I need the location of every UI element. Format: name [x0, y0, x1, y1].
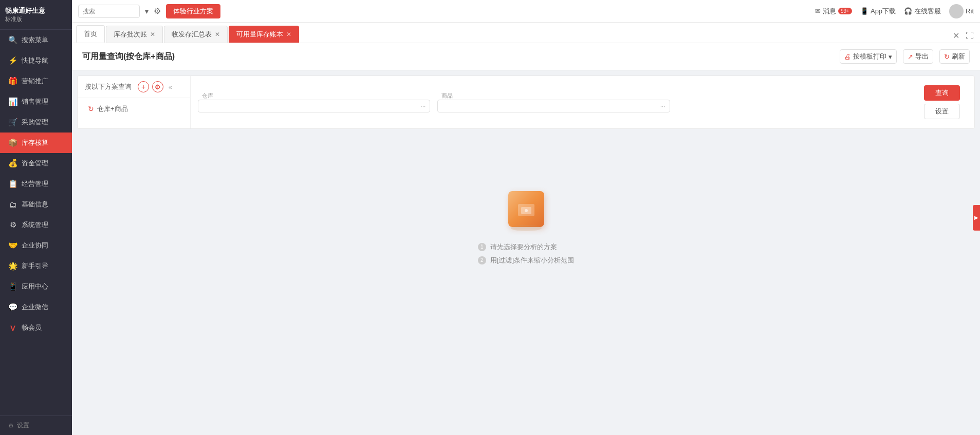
sidebar-item-quick-nav[interactable]: ⚡ 快捷导航	[0, 50, 72, 71]
filter-fields-row: 仓库 ··· 商品 ···	[191, 76, 974, 128]
appcenter-icon: 📱	[8, 282, 17, 291]
sidebar-item-label: 畅会员	[22, 323, 42, 332]
topbar: ▾ ⚙ 体验行业方案 ✉ 消息 99+ 📱 App下载 🎧 在线客服 Rit	[72, 0, 980, 23]
marketing-icon: 🎁	[8, 77, 17, 86]
tab-home-label: 首页	[84, 29, 97, 39]
sidebar-item-member[interactable]: V 畅会员	[0, 317, 72, 338]
sidebar-item-finance[interactable]: 💰 资金管理	[0, 153, 72, 174]
sidebar-item-system[interactable]: ⚙ 系统管理	[0, 215, 72, 235]
sidebar-item-appcenter[interactable]: 📱 应用中心	[0, 276, 72, 297]
sidebar-item-marketing[interactable]: 🎁 营销推广	[0, 71, 72, 91]
sidebar-item-inventory[interactable]: 📦 库存核算	[0, 133, 72, 153]
page-header-actions: 🖨 按模板打印 ▾ ↗ 导出 ↻ 刷新	[840, 49, 970, 64]
query-btn[interactable]: 查询	[924, 85, 960, 101]
sidebar-item-wechat[interactable]: 💬 企业微信	[0, 297, 72, 317]
sidebar: 畅康通好生意 标准版 🔍 搜索菜单 ⚡ 快捷导航 🎁 营销推广 📊 销售管理 🛒…	[0, 0, 72, 435]
tab-receipt-summary[interactable]: 收发存汇总表 ✕	[164, 26, 228, 43]
user-name: Rit	[966, 7, 974, 15]
sidebar-item-newguide[interactable]: 🌟 新手引导	[0, 256, 72, 276]
sidebar-item-label: 企业微信	[22, 302, 48, 312]
export-label: 导出	[915, 52, 929, 61]
filter-add-btn[interactable]: +	[138, 81, 149, 92]
goods-more-icon[interactable]: ···	[660, 103, 665, 110]
warehouse-more-icon[interactable]: ···	[420, 103, 426, 110]
sidebar-item-ops[interactable]: 📋 经营管理	[0, 174, 72, 194]
message-label: 消息	[823, 7, 836, 16]
goods-input[interactable]	[442, 102, 660, 110]
tab-close-all-btn[interactable]: ✕	[951, 29, 961, 43]
message-btn[interactable]: ✉ 消息 99+	[815, 7, 852, 16]
tab-expand-btn[interactable]: ⛶	[964, 29, 976, 43]
wechat-icon: 💬	[8, 302, 17, 312]
online-service-label: 在线客服	[914, 7, 941, 16]
sidebar-footer-label: 设置	[17, 421, 29, 430]
service-icon: 🎧	[904, 7, 912, 15]
sidebar-item-sales[interactable]: 📊 销售管理	[0, 91, 72, 112]
hint-num-2: 2	[478, 256, 486, 264]
tab-receipt-summary-close[interactable]: ✕	[215, 31, 220, 38]
topbar-search-input[interactable]	[78, 5, 140, 18]
export-icon: ↗	[908, 53, 913, 61]
empty-state: 1 请先选择要分析的方案 2 用[过滤]条件来缩小分析范围	[72, 129, 980, 324]
newguide-icon: 🌟	[8, 261, 17, 271]
scheme-item-warehouse-goods[interactable]: ↻ 仓库+商品	[88, 102, 180, 116]
hint-text-2: 用[过滤]条件来缩小分析范围	[490, 254, 574, 267]
tab-available-ledger[interactable]: 可用量库存账本 ✕	[229, 26, 299, 43]
export-btn[interactable]: ↗ 导出	[903, 49, 933, 64]
empty-illustration	[503, 186, 549, 232]
warehouse-input-wrap[interactable]: ···	[198, 100, 430, 112]
filter-collapse-btn[interactable]: «	[167, 82, 174, 92]
sidebar-item-basic[interactable]: 🗂 基础信息	[0, 194, 72, 215]
sidebar-item-label: 企业协同	[22, 241, 48, 250]
print-btn[interactable]: 🖨 按模板打印 ▾	[840, 49, 897, 64]
tab-home[interactable]: 首页	[76, 25, 105, 43]
message-badge: 99+	[838, 8, 852, 14]
basic-icon: 🗂	[8, 200, 17, 209]
warehouse-field-label: 仓库	[198, 92, 430, 100]
goods-input-wrap[interactable]: ···	[437, 100, 670, 112]
main-area: ▾ ⚙ 体验行业方案 ✉ 消息 99+ 📱 App下载 🎧 在线客服 Rit	[72, 0, 980, 435]
online-service-btn[interactable]: 🎧 在线客服	[904, 7, 941, 16]
page-title: 可用量查询(按仓库+商品)	[82, 51, 175, 62]
brand-name: 畅康通好生意	[5, 6, 67, 15]
system-icon: ⚙	[8, 220, 17, 230]
trial-btn[interactable]: 体验行业方案	[166, 4, 220, 18]
tab-batch-ledger[interactable]: 库存批次账 ✕	[106, 26, 163, 43]
sidebar-item-search-menu[interactable]: 🔍 搜索菜单	[0, 30, 72, 50]
inventory-icon: 📦	[8, 138, 17, 147]
tab-batch-ledger-close[interactable]: ✕	[150, 31, 155, 38]
topbar-gear-icon[interactable]: ⚙	[154, 6, 161, 16]
user-avatar-btn[interactable]: Rit	[949, 4, 974, 18]
member-icon: V	[8, 324, 17, 332]
sidebar-item-label: 快捷导航	[22, 56, 48, 65]
box-svg	[516, 200, 537, 218]
empty-box-shadow	[511, 225, 542, 231]
hint-num-1: 1	[478, 243, 486, 251]
settings-btn[interactable]: 设置	[924, 104, 960, 119]
print-dropdown-icon[interactable]: ▾	[889, 53, 892, 61]
sidebar-item-label: 新手引导	[22, 261, 48, 271]
scheme-list: ↻ 仓库+商品	[78, 98, 190, 120]
app-icon: 📱	[860, 7, 868, 15]
filter-settings-btn[interactable]: ⚙	[152, 81, 163, 92]
scheme-item-label: 仓库+商品	[97, 104, 128, 114]
sidebar-item-label: 系统管理	[22, 220, 48, 230]
topbar-dropdown-icon[interactable]: ▾	[145, 7, 149, 15]
sidebar-footer[interactable]: ⚙ 设置	[0, 415, 72, 435]
tab-available-ledger-close[interactable]: ✕	[286, 31, 291, 38]
refresh-btn[interactable]: ↻ 刷新	[939, 49, 970, 64]
right-collapse-handle[interactable]: ▶	[973, 205, 980, 231]
tab-available-ledger-label: 可用量库存账本	[236, 30, 283, 39]
sidebar-item-label: 基础信息	[22, 200, 48, 209]
filter-row: 按以下方案查询 + ⚙ «	[78, 76, 190, 98]
sidebar-item-purchase[interactable]: 🛒 采购管理	[0, 112, 72, 133]
sidebar-item-enterprise[interactable]: 🤝 企业协同	[0, 235, 72, 256]
message-icon: ✉	[815, 7, 821, 15]
warehouse-input[interactable]	[202, 102, 420, 110]
sidebar-item-label: 采购管理	[22, 118, 48, 127]
app-download-btn[interactable]: 📱 App下载	[860, 7, 896, 16]
finance-icon: 💰	[8, 159, 17, 168]
sidebar-item-label: 资金管理	[22, 159, 48, 168]
filter-scheme: + ⚙ «	[138, 81, 174, 92]
filter-goods-field: 商品 ···	[437, 92, 670, 112]
